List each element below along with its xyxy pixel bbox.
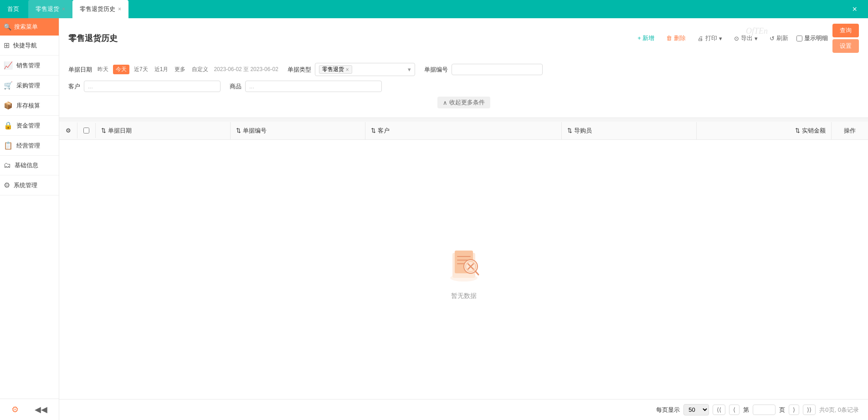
page-unit: 页	[779, 406, 785, 414]
total-info: 共0页, 0条记录	[819, 406, 859, 414]
operations-icon: 📋	[4, 141, 13, 150]
settings-button[interactable]: 设置	[832, 39, 859, 53]
export-icon: ⊙	[734, 35, 739, 42]
show-detail-checkbox-label[interactable]: 显示明细	[796, 34, 828, 42]
th-customer[interactable]: ⇅ 客户	[365, 122, 562, 139]
next-page-button[interactable]: ⟩	[789, 405, 799, 415]
main-layout: 🔍 搜索菜单 ⊞ 快捷导航 📈 销售管理 🛒 采购管理 📦 库存核算 🔒 资金管…	[0, 18, 868, 420]
refresh-label: 刷新	[776, 34, 788, 42]
tab-retail-return-close[interactable]: ×	[62, 6, 65, 12]
sidebar-item-purchase-label: 采购管理	[16, 82, 40, 90]
date-btn-more[interactable]: 更多	[173, 65, 187, 74]
sort-customer-icon: ⇅	[371, 127, 376, 134]
number-filter-input[interactable]	[452, 64, 543, 75]
inventory-icon: 📦	[4, 101, 13, 110]
nav-right: ×	[848, 5, 868, 14]
sidebar-item-quick-nav-label: 快捷导航	[13, 41, 37, 50]
sort-date-icon: ⇅	[101, 127, 106, 134]
type-tag-text: 零售退货	[322, 66, 344, 73]
sidebar-item-finance-label: 资金管理	[16, 122, 40, 130]
select-all-checkbox[interactable]	[83, 128, 89, 133]
type-tag-close[interactable]: ×	[346, 67, 349, 73]
window-close-button[interactable]: ×	[848, 5, 861, 14]
sidebar-item-finance[interactable]: 🔒 资金管理	[0, 116, 59, 136]
tab-retail-return[interactable]: 零售退货 ×	[28, 0, 72, 18]
settings-bottom-icon[interactable]: ⚙	[11, 405, 19, 415]
sidebar-item-quick-nav[interactable]: ⊞ 快捷导航	[0, 36, 59, 56]
sort-guide-icon: ⇅	[567, 127, 572, 134]
sidebar-item-inventory-label: 库存核算	[16, 102, 40, 110]
delete-button[interactable]: 🗑 删除	[663, 32, 689, 44]
th-date-label: 单据日期	[108, 127, 132, 135]
tab-home[interactable]: 首页	[0, 0, 26, 18]
th-guide[interactable]: ⇅ 导购员	[562, 122, 697, 139]
date-btn-today[interactable]: 今天	[113, 65, 129, 74]
query-button[interactable]: 查询	[832, 24, 859, 37]
audio-bottom-icon[interactable]: ◀◀	[35, 405, 47, 415]
last-page-button[interactable]: ⟩⟩	[803, 405, 816, 415]
export-arrow-icon: ▾	[755, 35, 758, 42]
tab-retail-return-history-close[interactable]: ×	[118, 6, 121, 12]
show-detail-checkbox[interactable]	[796, 36, 802, 41]
collapse-button[interactable]: ∧ 收起更多条件	[437, 97, 490, 108]
sort-number-icon: ⇅	[236, 127, 241, 134]
customer-placeholder: ...	[88, 83, 93, 90]
sidebar-search[interactable]: 🔍 搜索菜单	[0, 18, 59, 36]
collapse-icon: ∧	[443, 99, 447, 106]
sidebar-item-basic-info[interactable]: 🗂 基础信息	[0, 156, 59, 175]
page-title-row: 零售退货历史 + 新增 🗑 删除 🖨 打印 ▾ ⊙ 导出 ▾	[68, 24, 859, 53]
th-amount[interactable]: ⇅ 实销金额	[697, 122, 832, 139]
add-button[interactable]: + 新增	[634, 32, 658, 44]
sidebar-item-operations[interactable]: 📋 经营管理	[0, 136, 59, 156]
customer-filter-input[interactable]: ...	[84, 81, 221, 92]
th-customer-label: 客户	[378, 127, 390, 135]
customer-filter-label: 客户	[68, 82, 80, 91]
th-number-label: 单据编号	[243, 127, 267, 135]
type-filter-item: 单据类型 零售退货 × ▾	[288, 63, 415, 76]
sidebar-item-system-label: 系统管理	[14, 181, 37, 190]
customer-filter-item: 客户 ...	[68, 81, 221, 92]
empty-illustration	[441, 239, 487, 285]
page-header: 零售退货历史 + 新增 🗑 删除 🖨 打印 ▾ ⊙ 导出 ▾	[59, 18, 868, 118]
date-btn-7days[interactable]: 近7天	[132, 65, 150, 74]
th-date[interactable]: ⇅ 单据日期	[96, 122, 231, 139]
first-page-button[interactable]: ⟨⟨	[713, 405, 725, 415]
table-header: ⚙ ⇅ 单据日期 ⇅ 单据编号 ⇅ 客户 ⇅	[59, 122, 868, 140]
sidebar-item-inventory[interactable]: 📦 库存核算	[0, 96, 59, 116]
sidebar-item-basic-info-label: 基础信息	[15, 161, 38, 169]
tab-retail-return-label: 零售退货	[36, 5, 59, 13]
date-filter-item: 单据日期 昨天 今天 近7天 近1月 更多 自定义 2023-06-02 至 2…	[68, 65, 278, 74]
sidebar-item-sales[interactable]: 📈 销售管理	[0, 56, 59, 76]
prev-page-button[interactable]: ⟨	[729, 405, 740, 415]
th-settings[interactable]: ⚙	[59, 123, 77, 138]
sidebar-item-sales-label: 销售管理	[16, 61, 40, 70]
refresh-button[interactable]: ↺ 刷新	[766, 32, 792, 44]
date-btn-yesterday[interactable]: 昨天	[96, 65, 110, 74]
pagination: 每页显示 50 10 20 100 ⟨⟨ ⟨ 第 1 页 ⟩ ⟩⟩ 共0页, 0…	[59, 399, 868, 420]
per-page-select[interactable]: 50 10 20 100	[683, 404, 709, 415]
export-button[interactable]: ⊙ 导出 ▾	[730, 32, 761, 44]
export-label: 导出	[741, 34, 753, 42]
goods-filter-input[interactable]: ...	[245, 81, 382, 92]
type-select-arrow: ▾	[408, 66, 411, 73]
th-number[interactable]: ⇅ 单据编号	[231, 122, 365, 139]
print-label: 打印	[705, 34, 717, 42]
show-detail-label: 显示明细	[804, 34, 828, 42]
content-area: 零售退货历史 + 新增 🗑 删除 🖨 打印 ▾ ⊙ 导出 ▾	[59, 18, 868, 420]
type-filter-select[interactable]: 零售退货 × ▾	[315, 63, 415, 76]
page-number-input[interactable]: 1	[753, 405, 776, 415]
sidebar-item-system[interactable]: ⚙ 系统管理	[0, 175, 59, 195]
sidebar-item-purchase[interactable]: 🛒 采购管理	[0, 76, 59, 96]
th-guide-label: 导购员	[574, 127, 592, 135]
date-btn-1month[interactable]: 近1月	[153, 65, 170, 74]
date-btn-custom[interactable]: 自定义	[190, 65, 210, 74]
top-nav: 首页 零售退货 × 零售退货历史 × ×	[0, 0, 868, 18]
basic-info-icon: 🗂	[4, 161, 11, 169]
search-icon: 🔍	[4, 23, 11, 31]
tab-retail-return-history[interactable]: 零售退货历史 ×	[72, 0, 128, 18]
sort-amount-icon: ⇅	[795, 127, 800, 134]
empty-state: 暂无数据	[59, 140, 868, 399]
print-button[interactable]: 🖨 打印 ▾	[694, 32, 726, 44]
th-checkbox[interactable]	[77, 123, 96, 138]
th-action: 操作	[832, 122, 868, 139]
